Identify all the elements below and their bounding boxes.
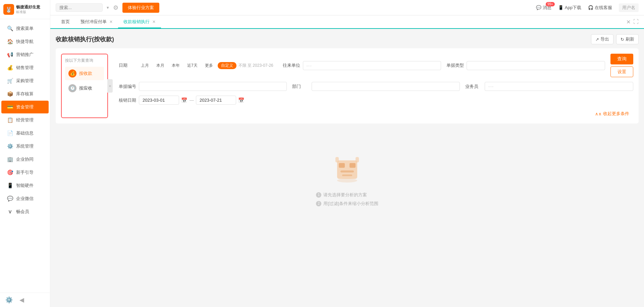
- verify-date-start-input[interactable]: [139, 96, 179, 105]
- sidebar-item-sales[interactable]: 💰 销售管理: [1, 61, 49, 74]
- tab-prepay-label: 预付冲应付单: [80, 19, 107, 25]
- quick-date-custom[interactable]: 自定义: [218, 62, 236, 69]
- query-button[interactable]: 查询: [610, 54, 633, 64]
- logo-icon: 🐰: [3, 4, 14, 15]
- quick-date-more[interactable]: 更多: [202, 62, 216, 69]
- counterpart-dots: ···: [307, 63, 438, 68]
- doc-icon: 📄: [7, 130, 13, 136]
- refresh-button[interactable]: ↻ 刷新: [616, 34, 639, 44]
- page-title: 收款核销执行(按收款): [56, 35, 114, 43]
- header-gear-icon[interactable]: ⚙: [113, 4, 118, 11]
- industry-solution-button[interactable]: 体验行业方案: [122, 3, 159, 13]
- service-icon: 🎧: [588, 5, 593, 10]
- date-field-group: 日期 上月 本月 本年 近7天 更多 自定义 不限 至 2023-07-26: [119, 62, 277, 69]
- sidebar-item-label: 智能硬件: [16, 183, 34, 189]
- page-title-bar: 收款核销执行(按收款) ↗ 导出 ↻ 刷新: [56, 34, 639, 44]
- target-icon: 🎯: [7, 169, 13, 175]
- app-download-label: App下载: [565, 5, 581, 11]
- refresh-label: 刷新: [626, 36, 634, 42]
- message-icon: 💬: [536, 5, 541, 10]
- counterpart-label: 往来单位: [283, 62, 300, 68]
- sidebar-item-label: 销售管理: [16, 65, 34, 71]
- verify-date-end-input[interactable]: [196, 96, 236, 105]
- sidebar-item-operation[interactable]: 📋 经营管理: [1, 114, 49, 126]
- app-download-button[interactable]: 📱 App下载: [558, 5, 581, 11]
- counterpart-input[interactable]: ···: [303, 61, 441, 70]
- quick-date-this-year[interactable]: 本年: [169, 62, 182, 69]
- empty-state: 1 请先选择要分析的方案 2 用[过滤]条件来缩小分析范围: [56, 123, 639, 221]
- sidebar-bottom: ⚙️ ◀: [0, 293, 50, 307]
- svg-rect-2: [350, 163, 356, 168]
- verify-date-field-group: 核销日期 📅 — 📅: [119, 96, 633, 105]
- user-label: 用户名: [622, 5, 635, 10]
- sidebar-item-enterprise[interactable]: 🏢 企业协同: [1, 153, 49, 166]
- maximize-icon[interactable]: ⛶: [633, 19, 639, 25]
- filter-row-2: 单据编号 部门 业务员 ···: [119, 82, 633, 91]
- sidebar-item-hardware[interactable]: 📱 智能硬件: [1, 179, 49, 192]
- toggle-conditions-button[interactable]: ∧∧ 收起更多条件: [591, 109, 633, 118]
- tip-text-1: 请先选择要分析的方案: [323, 191, 367, 199]
- search-icon: 🔍: [7, 25, 13, 32]
- sidebar-item-basic[interactable]: 📄 基础信息: [1, 127, 49, 140]
- export-button[interactable]: ↗ 导出: [591, 34, 613, 44]
- filter-option-by-receivable[interactable]: 🕐 按应收: [65, 82, 104, 95]
- chevron-up-icon: ∧∧: [595, 111, 602, 116]
- home-icon: 🏠: [7, 39, 13, 45]
- sidebar-item-purchase[interactable]: 🛒 采购管理: [1, 74, 49, 87]
- sidebar-item-label: 快捷导航: [16, 39, 34, 45]
- bill-number-input[interactable]: [139, 82, 287, 91]
- user-area[interactable]: 用户名: [619, 3, 639, 12]
- quick-date-last-month[interactable]: 上月: [138, 62, 152, 69]
- page-actions: ↗ 导出 ↻ 刷新: [591, 34, 639, 44]
- department-select[interactable]: [312, 82, 460, 91]
- no-limit-text: 不限 至 2023-07-26: [238, 63, 273, 68]
- tab-collection-close-icon[interactable]: ✕: [152, 19, 156, 24]
- message-button[interactable]: 💬 消息 99+: [536, 5, 551, 11]
- sidebar-item-member[interactable]: V 畅会员: [1, 205, 49, 218]
- sidebar-item-finance[interactable]: 💳 资金管理: [1, 101, 49, 113]
- quick-date-7days[interactable]: 近7天: [184, 62, 200, 69]
- receivable-icon: 🕐: [68, 84, 76, 92]
- sidebar-item-guide[interactable]: 🎯 新手引导: [1, 166, 49, 179]
- settings-bottom-icon[interactable]: ⚙️: [5, 296, 13, 304]
- collapse-sidebar-icon[interactable]: ◀: [19, 296, 24, 304]
- tab-collection[interactable]: 收款核销执行 ✕: [118, 16, 161, 28]
- sidebar-item-search[interactable]: 🔍 搜索菜单: [1, 22, 49, 35]
- tab-bar: 首页 预付冲应付单 ✕ 收款核销执行 ✕ ✕ ⛶: [50, 15, 644, 29]
- sidebar-item-system[interactable]: ⚙️ 系统管理: [1, 140, 49, 153]
- collapse-filter-button[interactable]: «: [107, 79, 113, 93]
- header-left: ▾ ⚙ 体验行业方案: [56, 3, 159, 13]
- sidebar-item-wechat[interactable]: 💬 企业微信: [1, 192, 49, 205]
- tab-home[interactable]: 首页: [56, 16, 75, 28]
- tab-prepay-close-icon[interactable]: ✕: [109, 19, 113, 24]
- filter-actions: 查询 设置: [610, 54, 633, 77]
- bill-number-field-group: 单据编号: [119, 82, 287, 91]
- bill-number-label: 单据编号: [119, 84, 136, 90]
- online-service-button[interactable]: 🎧 在线客服: [588, 5, 612, 11]
- dropdown-icon[interactable]: ▾: [107, 5, 109, 10]
- filter-option-by-receipt[interactable]: 💰 按收款: [65, 67, 104, 80]
- sidebar-item-marketing[interactable]: 📢 营销推广: [1, 48, 49, 61]
- quick-date-this-month[interactable]: 本月: [154, 62, 167, 69]
- tab-prepay[interactable]: 预付冲应付单 ✕: [75, 16, 118, 28]
- header-right: 💬 消息 99+ 📱 App下载 🎧 在线客服 用户名: [536, 3, 639, 12]
- wechat-icon: 💬: [7, 196, 13, 202]
- bill-type-select[interactable]: [467, 61, 605, 70]
- receipt-icon: 💰: [68, 69, 76, 78]
- salesperson-input[interactable]: ···: [485, 82, 633, 91]
- megaphone-icon: 📢: [7, 52, 13, 58]
- setting-button[interactable]: 设置: [610, 66, 633, 77]
- sidebar-item-label: 采购管理: [16, 78, 34, 84]
- calendar-end-icon[interactable]: 📅: [238, 97, 245, 103]
- department-field-group: 部门: [292, 82, 460, 91]
- sidebar-item-quick-nav[interactable]: 🏠 快捷导航: [1, 35, 49, 48]
- export-icon: ↗: [595, 37, 599, 42]
- close-window-icon[interactable]: ✕: [626, 19, 631, 25]
- empty-tip-1: 1 请先选择要分析的方案: [316, 191, 378, 199]
- sidebar-item-label: 资金管理: [16, 104, 34, 110]
- svg-rect-3: [340, 170, 354, 172]
- sidebar-item-inventory[interactable]: 📦 库存核算: [1, 88, 49, 100]
- header-search-input[interactable]: [56, 3, 103, 12]
- svg-rect-4: [342, 174, 352, 176]
- calendar-start-icon[interactable]: 📅: [181, 97, 187, 103]
